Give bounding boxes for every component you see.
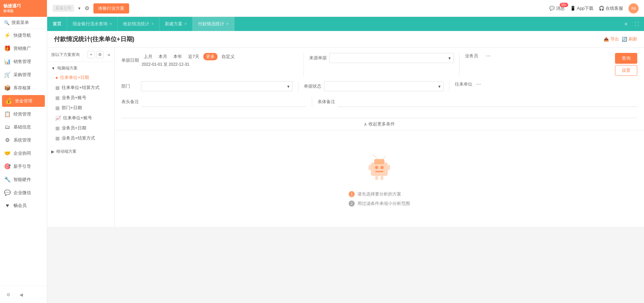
scheme-panel-collapse-btn[interactable]: « [108,52,110,57]
date-range: 2022-01-01 至 2022-12-31 [142,62,237,67]
scheme-item-label: 业务员+结算方式 [62,135,95,141]
tab-receivable[interactable]: 收款情况统计 × [118,17,159,31]
tab-new-scheme[interactable]: 新建方案 × [159,17,193,31]
scheme-mobile-group-title[interactable]: ▶ 移动端方案 [47,147,114,156]
date-this-year[interactable]: 本年 [171,53,184,60]
company-name: 某某公司 [53,5,74,12]
page-header: 付款情况统计(往来单位+日期) 📤 导出 🔄 刷新 [47,31,644,48]
page-title: 付款情况统计(往来单位+日期) [54,35,135,43]
sidebar-settings-btn[interactable]: ⚙ [3,290,13,300]
tip-text-2: 用过滤条件来缩小分析范围 [357,201,410,207]
tabbar: 首页 现金银行流水查询 × 收款情况统计 × 新建方案 × 付款情况统计 × ✕… [47,17,644,31]
scheme-item-partner-account[interactable]: 📈 往来单位+账号 [47,113,114,123]
filter-divider-5 [312,97,312,107]
sidebar-item-vip[interactable]: ♥ 畅会员 [0,199,47,212]
tab-home[interactable]: 首页 [47,17,67,31]
sidebar-item-operation[interactable]: 📋 经营管理 [0,108,47,121]
gear-btn[interactable]: ⚙ [85,5,89,11]
body-note-label: 表体备注 [318,99,335,105]
tab-new-scheme-close[interactable]: × [184,22,187,26]
tab-receivable-close[interactable]: × [151,22,154,26]
date-more[interactable]: 更多 [203,53,217,60]
logo-text: 畅捷通巧 [3,3,21,9]
header-note-input[interactable] [142,97,306,107]
scheme-bar-icon: ▦ [55,95,60,100]
phone-icon: 📱 [570,6,576,11]
date-7days[interactable]: 近7天 [186,53,201,60]
sidebar-item-corp[interactable]: 🤝 企业协同 [0,147,47,160]
system-icon: ⚙ [4,137,11,143]
sidebar-item-basic[interactable]: 🗂 基础信息 [0,121,47,133]
export-btn[interactable]: 📤 导出 [604,36,619,42]
sidebar-item-capital[interactable]: 💰 资金管理 [2,95,45,107]
sidebar-logo: 畅捷通巧 标准版 [0,0,47,17]
purchase-icon: 🛒 [4,71,11,78]
body-note-input[interactable] [338,97,637,107]
sidebar-item-hardware[interactable]: 🔧 智能硬件 [0,173,47,186]
user-avatar[interactable]: Rit [628,3,639,13]
expand-btn[interactable]: ⛶ [632,19,641,29]
scheme-panel-header: 按以下方案查询 + ⚙ « [47,48,114,62]
date-custom[interactable]: 自定义 [219,53,237,60]
sidebar-item-inventory[interactable]: 📦 库存核算 [0,81,47,94]
sidebar-item-sales[interactable]: 📊 销售管理 [0,55,47,68]
sidebar-item-label: 销售管理 [13,59,31,65]
svg-point-2 [375,166,378,169]
close-all-btn[interactable]: ✕ [621,19,631,29]
tab-cash-flow-close[interactable]: × [110,22,112,26]
scheme-pc-label: 电脑端方案 [57,65,78,71]
scheme-item-staff-settle[interactable]: ▦ 业务员+结算方式 [47,133,114,143]
empty-illustration [362,151,396,184]
partner-ellipsis[interactable]: ··· [475,81,482,87]
date-this-month[interactable]: 本月 [156,53,169,60]
sidebar-item-quick-nav[interactable]: ⚡ 快捷导航 [0,29,47,42]
scheme-active-icon: ● [55,75,58,80]
tab-receivable-label: 收款情况统计 [123,21,149,27]
search-menu[interactable]: 🔍 搜索菜单 [0,17,47,29]
trial-btn[interactable]: 体验行业方案 [93,3,129,13]
tab-payment-stat[interactable]: 付款情况统计 × [193,17,234,31]
scheme-item-staff-account[interactable]: ▦ 业务员+账号 [47,93,114,103]
scheme-item-staff-date[interactable]: ▦ 业务员+日期 [47,123,114,133]
scheme-item-partner-settle[interactable]: ▦ 往来单位+结算方式 [47,83,114,93]
sidebar-collapse-btn[interactable]: ◀ [16,290,26,300]
voucher-status-select[interactable]: ▾ [324,81,444,91]
svg-line-10 [383,156,386,159]
app-download-btn[interactable]: 📱 App下载 [570,5,593,11]
message-icon: 💬 [549,6,555,11]
tab-cash-flow[interactable]: 现金银行流水查询 × [67,17,118,31]
main-panel: 单据日期 上月 本月 本年 近7天 更多 自定义 [115,48,644,227]
manage-scheme-btn[interactable]: ⚙ [96,51,104,58]
refresh-btn[interactable]: 🔄 刷新 [622,36,637,42]
sidebar-item-label: 资金管理 [15,98,32,104]
scheme-item-dept-date[interactable]: ▦ 部门+日期 [47,103,114,113]
staff-ellipsis[interactable]: ··· [485,53,492,59]
date-last-month[interactable]: 上月 [142,53,154,60]
online-service-btn[interactable]: 🎧 在线客服 [599,5,623,11]
scheme-mobile-group: ▶ 移动端方案 [47,145,114,158]
scheme-pc-group-title[interactable]: ▼ 电脑端方案 [47,64,114,72]
topbar-right: 💬 消息 99+ 📱 App下载 🎧 在线客服 Rit [549,3,639,13]
message-btn[interactable]: 💬 消息 99+ [549,5,565,11]
source-select[interactable]: ▾ [329,53,454,63]
filter-staff: 业务员 ··· [465,53,610,59]
scheme-item-partner-date[interactable]: ● 往来单位+日期 [47,72,114,83]
sidebar-item-wechat[interactable]: 💬 企业微信 [0,186,47,199]
sidebar-item-label: 快捷导航 [13,32,31,38]
scheme-mobile-arrow: ▶ [51,149,54,154]
sidebar-item-guide[interactable]: 🎯 新手引导 [0,160,47,173]
sidebar-item-marketing[interactable]: 🎁 营销推广 [0,42,47,55]
sidebar-item-purchase[interactable]: 🛒 采购管理 [0,68,47,81]
tab-payment-stat-close[interactable]: × [226,22,229,26]
dropdown-arrow[interactable]: ▾ [78,6,81,11]
query-btn[interactable]: 查询 [615,53,637,64]
dept-select[interactable]: ▾ [141,81,293,91]
setting-btn[interactable]: 设置 [615,65,637,76]
add-scheme-btn[interactable]: + [87,51,95,58]
filter-body-note: 表体备注 [318,97,637,107]
scheme-item-label: 业务员+账号 [62,95,86,101]
sidebar-item-system[interactable]: ⚙ 系统管理 [0,133,47,147]
svg-rect-4 [375,171,383,172]
collapse-more-btn[interactable]: ∧ 收起更多条件 [121,118,637,130]
guide-icon: 🎯 [4,163,11,170]
